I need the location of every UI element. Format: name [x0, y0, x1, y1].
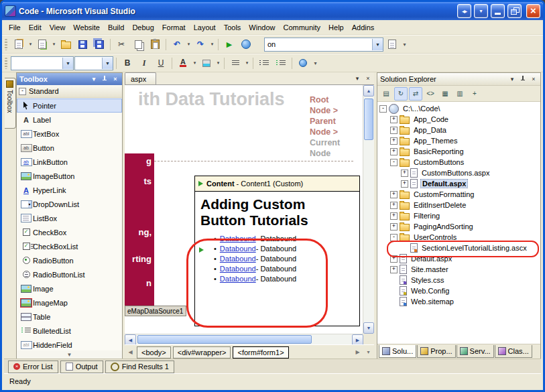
menu-window[interactable]: Window [245, 22, 279, 33]
databound-link[interactable]: Databound [220, 265, 256, 273]
databound-link[interactable]: Databound [220, 275, 256, 283]
tree-item-site-master[interactable]: +Site.master [377, 264, 540, 275]
font-color-dropdown-arrow[interactable]: ▾ [192, 60, 198, 66]
expander-icon[interactable]: - [379, 105, 387, 113]
auto-hide-pin-button[interactable] [519, 75, 527, 83]
toolbox-close-button[interactable]: × [111, 75, 119, 83]
copy-button[interactable] [130, 37, 146, 52]
tag-nav-left-arrow[interactable]: ◀ [126, 347, 135, 357]
tab-properties[interactable]: Prop... [417, 345, 455, 358]
undo-dropdown-arrow[interactable]: ▾ [186, 42, 192, 47]
smart-tag-arrow-icon[interactable] [199, 247, 204, 253]
design-surface[interactable]: ith Data Tutorials Root Node > Parent No… [125, 85, 363, 334]
add-new-item-dropdown-arrow[interactable]: ▾ [51, 42, 57, 47]
toolbox-item-label-control[interactable]: ALabel [17, 113, 122, 127]
font-color-button[interactable]: A [175, 56, 191, 70]
italic-button[interactable]: I [136, 56, 152, 70]
databound-link[interactable]: Databound [220, 255, 256, 263]
new-website-dropdown-arrow[interactable]: ▾ [27, 42, 34, 47]
toolbar-overflow-chevron[interactable]: ▾ [401, 42, 408, 48]
expander-icon[interactable]: + [390, 202, 398, 209]
open-file-button[interactable] [58, 37, 74, 52]
expander-icon[interactable]: + [390, 266, 398, 273]
nest-related-files-button[interactable]: ⇄ [409, 87, 422, 101]
properties-button[interactable]: ▤ [379, 87, 393, 101]
breadcrumb-link[interactable]: Node > [310, 127, 363, 137]
toolbox-item-listbox[interactable]: ListBox [17, 211, 122, 225]
toolbox-item-imagebutton[interactable]: ImageButton [17, 169, 122, 183]
bold-button[interactable]: B [119, 56, 135, 70]
font-name-combobox[interactable]: ▼ [11, 56, 74, 70]
tree-item-custombuttons-aspx[interactable]: +CustomButtons.aspx [377, 168, 540, 178]
align-button[interactable] [227, 56, 243, 70]
smart-tag-arrow-icon[interactable] [198, 181, 203, 186]
nav-item[interactable]: ts [143, 176, 152, 186]
find-in-files-button[interactable] [384, 37, 400, 52]
tree-item-default-aspx-root[interactable]: +Default.aspx [377, 253, 540, 264]
tag-body[interactable]: <body> [137, 346, 171, 358]
expander-icon[interactable]: + [390, 223, 398, 231]
menu-debug[interactable]: Debug [128, 22, 158, 33]
tag-nav-down-arrow[interactable]: ▾ [364, 347, 373, 357]
tag-div-wrapper[interactable]: <div#wrapper> [173, 346, 231, 358]
toolbox-item-table[interactable]: Table [17, 310, 122, 324]
toolbar-grip[interactable] [5, 58, 7, 69]
paste-button[interactable] [147, 37, 163, 52]
toolbox-item-textbox[interactable]: ablTextBox [17, 127, 122, 141]
save-all-button[interactable] [91, 37, 107, 52]
toolbox-item-hiddenfield[interactable]: ablHiddenField [17, 338, 122, 350]
redo-dropdown-arrow[interactable]: ▾ [209, 42, 215, 47]
vertical-scrollbar[interactable]: ▲ ▼ [363, 85, 374, 334]
close-button[interactable] [526, 4, 540, 18]
tree-item-custombuttons[interactable]: -CustomButtons [377, 157, 540, 168]
undo-button[interactable] [169, 37, 185, 52]
scroll-up-button[interactable]: ▲ [363, 85, 374, 96]
menu-view[interactable]: View [46, 22, 70, 33]
menu-file[interactable]: File [5, 22, 25, 33]
menu-addins[interactable]: Addins [348, 22, 379, 33]
tree-item-sectionleveltutoriallisting-ascx[interactable]: SectionLevelTutorialListing.ascx [377, 243, 540, 253]
toolbox-item-checkbox[interactable]: CheckBox [17, 225, 122, 239]
content-control[interactable]: Content - Content1 (Custom) Adding Custo… [194, 176, 360, 326]
toolbox-item-imagemap[interactable]: ImageMap [17, 296, 122, 310]
nav-item[interactable]: g [146, 156, 152, 166]
toolbox-item-button[interactable]: abButton [17, 141, 122, 155]
menu-tools[interactable]: Tools [220, 22, 245, 33]
nav-item[interactable]: ng, [139, 227, 152, 237]
nav-item[interactable]: n [146, 278, 152, 288]
expander-icon[interactable]: + [390, 116, 398, 123]
tree-item-default-aspx-custombuttons[interactable]: +Default.aspx [377, 178, 540, 189]
vertical-scroll-thumb[interactable] [364, 99, 373, 140]
tab-output[interactable]: Output [60, 361, 103, 373]
menu-build[interactable]: Build [104, 22, 128, 33]
toolbox-group-standard[interactable]: - Standard [17, 85, 122, 98]
window-arrows-button[interactable] [457, 4, 471, 18]
save-button[interactable] [74, 37, 90, 52]
tab-class-view[interactable]: Clas... [495, 345, 532, 358]
title-bar[interactable]: Code - Microsoft Visual Studio [2, 2, 543, 20]
toolbox-item-image[interactable]: Image [17, 281, 122, 296]
expander-icon[interactable]: + [390, 191, 398, 198]
databound-link[interactable]: Databound [220, 245, 256, 253]
align-dropdown-arrow[interactable]: ▾ [244, 60, 250, 66]
toolbar-combobox[interactable]: on ▼ [264, 38, 383, 52]
tree-item-app-code[interactable]: +App_Code [377, 114, 540, 125]
view-designer-button[interactable]: ▦ [438, 87, 452, 101]
menu-help[interactable]: Help [324, 22, 348, 33]
menu-edit[interactable]: Edit [25, 22, 46, 33]
toolbox-scroll-down-button[interactable]: ▼ [17, 350, 122, 358]
auto-hide-pin-button[interactable] [101, 75, 109, 83]
expander-icon[interactable]: + [390, 137, 398, 145]
toolbox-item-checkboxlist[interactable]: CheckBoxList [17, 239, 122, 253]
tree-item-basicreporting[interactable]: +BasicReporting [377, 146, 540, 157]
combobox-dropdown-arrow[interactable]: ▼ [372, 39, 383, 50]
restore-button[interactable] [507, 4, 522, 18]
toolbox-item-hyperlink[interactable]: AHyperLink [17, 183, 122, 197]
bullet-list-button[interactable] [273, 56, 289, 70]
underline-button[interactable]: U [153, 56, 169, 70]
combobox-dropdown-arrow[interactable]: ▼ [102, 58, 113, 69]
toolbox-autohide-tab[interactable]: Toolbox [5, 78, 16, 129]
scroll-down-button[interactable]: ▼ [363, 322, 374, 334]
tab-list-dropdown-button[interactable]: ▾ [353, 74, 362, 83]
cut-button[interactable]: ✂ [113, 37, 129, 52]
